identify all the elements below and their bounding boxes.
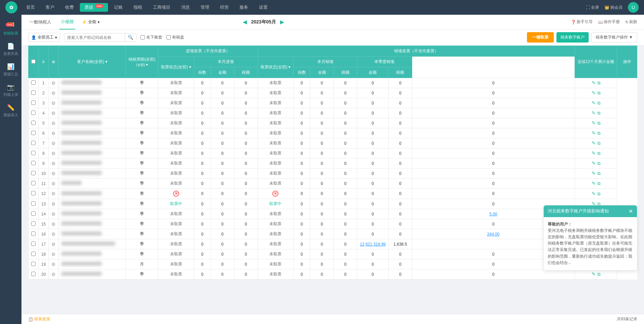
edit-icon[interactable]: ✎ — [592, 110, 596, 116]
row-checkbox[interactable] — [31, 80, 36, 85]
digital-account-btn[interactable]: 税务数字账户 — [556, 32, 589, 43]
row-settings-icon[interactable]: ⚙ — [51, 171, 56, 176]
sidebar-item-entry[interactable]: ✏️ 票据录入 — [1, 101, 20, 120]
row-checkbox[interactable] — [31, 151, 36, 155]
edit-icon[interactable]: ✎ — [592, 171, 596, 176]
row-settings-icon[interactable]: ⚙ — [51, 211, 56, 217]
sidebar-item-scan[interactable]: 📷 扫描上传 — [1, 81, 20, 100]
row-settings-icon[interactable]: ⚙ — [51, 90, 56, 96]
row-settings-icon[interactable]: ⚙ — [51, 221, 56, 227]
sidebar-item-smart-ticket[interactable]: 🎫 new 智能取票 — [1, 18, 20, 39]
nav-manage[interactable]: 管理 — [196, 3, 214, 12]
avatar[interactable]: U — [628, 2, 639, 13]
row-checkbox[interactable] — [31, 201, 36, 206]
row-settings-icon[interactable]: ⚙ — [51, 121, 56, 126]
row-settings-icon[interactable]: ⚙ — [51, 191, 56, 196]
th-settings[interactable]: ⚙ — [49, 46, 59, 78]
row-settings-icon[interactable]: ⚙ — [51, 141, 56, 146]
row-settings-icon[interactable]: ⚙ — [51, 131, 56, 136]
accum12-link[interactable]: 244.00 — [487, 232, 499, 237]
guide-btn[interactable]: ❓ 新手引导 — [571, 19, 593, 25]
vip-btn[interactable]: 👑 购会员 — [604, 5, 623, 10]
digital-operation-btn[interactable]: 税务数字账户操作 ▼ — [591, 32, 637, 43]
row-settings-icon[interactable]: ⚙ — [51, 80, 56, 86]
sidebar-item-summary[interactable]: 📊 票据汇总 — [1, 60, 20, 79]
row-checkbox[interactable] — [31, 111, 36, 115]
subnav-general[interactable]: 一般纳税人 — [28, 15, 53, 29]
edit-icon[interactable]: ✎ — [592, 120, 596, 126]
row-checkbox[interactable] — [31, 141, 36, 145]
checkbox-subledger-input[interactable] — [141, 35, 145, 40]
row-checkbox[interactable] — [31, 161, 36, 165]
copy-icon[interactable]: ⧉ — [597, 111, 600, 116]
row-checkbox[interactable] — [31, 211, 36, 216]
copy-icon[interactable]: ⧉ — [597, 272, 600, 277]
row-checkbox[interactable] — [31, 131, 36, 135]
copy-icon[interactable]: ⧉ — [597, 161, 600, 166]
edit-icon[interactable]: ✎ — [592, 191, 596, 196]
prev-month-btn[interactable]: ◀ — [243, 19, 247, 25]
row-checkbox[interactable] — [31, 262, 36, 266]
edit-icon[interactable]: ✎ — [592, 181, 596, 186]
copy-icon[interactable]: ⧉ — [597, 90, 600, 95]
row-settings-icon[interactable]: ⚙ — [51, 252, 56, 257]
row-checkbox[interactable] — [31, 90, 36, 95]
checkbox-tax[interactable]: 有税盘 — [166, 35, 184, 40]
one-key-btn[interactable]: 一键取票 — [527, 32, 554, 43]
copy-icon[interactable]: ⧉ — [597, 121, 600, 126]
row-settings-icon[interactable]: ⚙ — [51, 201, 56, 207]
row-checkbox[interactable] — [31, 181, 36, 185]
income-status-filter-icon[interactable]: ▾ — [189, 65, 191, 69]
edit-icon[interactable]: ✎ — [592, 100, 596, 106]
nav-message[interactable]: 消息 — [176, 3, 195, 12]
row-settings-icon[interactable]: ⚙ — [51, 181, 56, 186]
sidebar-item-invoice[interactable]: 📄 发票开具 — [1, 40, 20, 59]
nav-business[interactable]: 工商项目 — [148, 3, 175, 12]
nav-operate[interactable]: 经营 — [215, 3, 233, 12]
employee-select[interactable]: 👤 全部员工 ▾ — [28, 33, 60, 42]
edit-icon[interactable]: ✎ — [592, 130, 596, 136]
nav-customer[interactable]: 客户 — [41, 3, 59, 12]
app-logo[interactable]: ✿ — [5, 1, 17, 13]
nav-fee[interactable]: 收费 — [60, 3, 78, 12]
copy-icon[interactable]: ⧉ — [597, 151, 600, 156]
filter-icon[interactable]: ▾ — [105, 59, 107, 64]
row-checkbox[interactable] — [31, 221, 36, 226]
row-checkbox[interactable] — [31, 191, 36, 195]
refresh-btn[interactable]: ↻ 刷新 — [625, 19, 637, 25]
nav-home[interactable]: 首页 — [21, 3, 40, 12]
nav-tax[interactable]: 报税 — [129, 3, 147, 12]
edit-icon[interactable]: ✎ — [592, 80, 596, 85]
row-checkbox[interactable] — [31, 171, 36, 175]
nav-settings[interactable]: 设置 — [254, 3, 272, 12]
row-checkbox[interactable] — [31, 242, 36, 246]
copy-icon[interactable]: ⧉ — [597, 181, 600, 186]
nav-service[interactable]: 服务 — [235, 3, 253, 12]
subnav-small[interactable]: 小规模 — [59, 15, 75, 29]
notification-close-btn[interactable]: ✕ — [629, 208, 633, 214]
row-settings-icon[interactable]: ⚙ — [51, 151, 56, 156]
edit-icon[interactable]: ✎ — [592, 160, 596, 166]
row-checkbox[interactable] — [31, 101, 36, 105]
sales-status-filter-icon[interactable]: ▾ — [288, 65, 290, 69]
row-settings-icon[interactable]: ⚙ — [51, 272, 56, 277]
search-btn[interactable]: 🔍 — [125, 34, 136, 41]
copy-icon[interactable]: ⧉ — [597, 191, 600, 196]
edit-icon[interactable]: ✎ — [592, 140, 596, 146]
manual-btn[interactable]: 📖 操作手册 — [598, 19, 620, 25]
row-checkbox[interactable] — [31, 121, 36, 125]
row-settings-icon[interactable]: ⚙ — [51, 232, 56, 237]
copy-icon[interactable]: ⧉ — [597, 80, 600, 85]
edit-icon[interactable]: ✎ — [592, 271, 596, 277]
edit-icon[interactable]: ✎ — [592, 150, 596, 156]
row-settings-icon[interactable]: ⚙ — [51, 101, 56, 106]
copy-icon[interactable]: ⧉ — [597, 141, 600, 146]
row-checkbox[interactable] — [31, 272, 36, 276]
tax-policy-link[interactable]: 📋 税务政策 — [28, 316, 50, 322]
row-settings-icon[interactable]: ⚙ — [51, 161, 56, 166]
row-settings-icon[interactable]: ⚙ — [51, 262, 56, 267]
copy-icon[interactable]: ⧉ — [597, 171, 600, 176]
select-all-checkbox[interactable] — [31, 59, 36, 64]
row-checkbox[interactable] — [31, 252, 36, 256]
row-settings-icon[interactable]: ⚙ — [51, 242, 56, 247]
